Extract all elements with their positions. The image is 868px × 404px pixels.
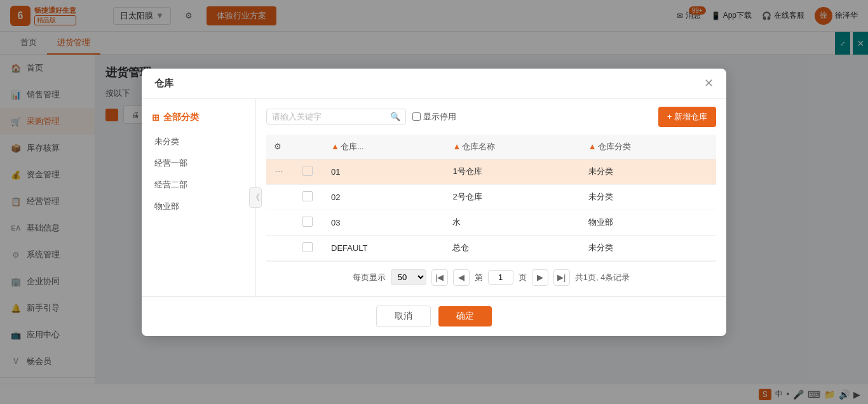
modal-overlay: 仓库 ✕ ⊞ 全部分类 未分类 经营一部 经营二部 物业部 《 <box>0 0 868 404</box>
row-code-cell: 03 <box>323 210 445 235</box>
warehouse-table: ⚙ ▲仓库... ▲仓库名称 ▲仓库分类 ··· <box>266 135 716 261</box>
cancel-btn[interactable]: 取消 <box>376 306 431 327</box>
table-container: ⚙ ▲仓库... ▲仓库名称 ▲仓库分类 ··· <box>266 135 716 261</box>
table-row[interactable]: ··· 01 1号仓库 未分类 <box>266 159 716 184</box>
last-page-btn[interactable]: ▶| <box>553 269 570 286</box>
row-checkbox-4[interactable] <box>302 242 313 252</box>
modal-sidebar-item-property[interactable]: 物业部 <box>142 196 255 217</box>
page-num-label: 第 <box>475 272 483 283</box>
th-code[interactable]: ▲仓库... <box>323 135 445 159</box>
search-input[interactable] <box>272 112 386 121</box>
modal-title: 仓库 <box>154 77 173 90</box>
add-warehouse-btn[interactable]: + 新增仓库 <box>658 107 716 127</box>
table-row[interactable]: 02 2号仓库 未分类 <box>266 184 716 210</box>
table-header: ⚙ ▲仓库... ▲仓库名称 ▲仓库分类 <box>266 135 716 159</box>
next-page-btn[interactable]: ▶ <box>532 269 548 286</box>
modal-footer: 取消 确定 <box>142 296 726 336</box>
row-actions-cell <box>266 210 292 235</box>
row-name-cell: 总仓 <box>445 235 580 260</box>
per-page-label: 每页显示 <box>353 272 386 283</box>
prev-page-btn[interactable]: ◀ <box>453 269 470 286</box>
row-code-cell: DEFAULT <box>323 235 445 260</box>
row-name-cell: 1号仓库 <box>445 159 580 184</box>
th-num <box>292 135 323 159</box>
th-name[interactable]: ▲仓库名称 <box>445 135 580 159</box>
first-page-btn[interactable]: |◀ <box>431 269 448 286</box>
row-action-more[interactable]: ··· <box>275 166 283 177</box>
table-row[interactable]: DEFAULT 总仓 未分类 <box>266 235 716 260</box>
pagination: 每页显示 50 10 20 100 |◀ ◀ 第 页 ▶ ▶| 共1页, 4条记… <box>266 261 716 288</box>
row-checkbox-3[interactable] <box>302 217 313 227</box>
show-disabled-checkbox[interactable] <box>412 112 421 121</box>
warehouse-modal: 仓库 ✕ ⊞ 全部分类 未分类 经营一部 经营二部 物业部 《 <box>142 69 726 336</box>
modal-sidebar-item-dept1[interactable]: 经营一部 <box>142 152 255 174</box>
settings-col-icon: ⚙ <box>274 142 281 151</box>
table-body: ··· 01 1号仓库 未分类 <box>266 159 716 260</box>
th-category[interactable]: ▲仓库分类 <box>581 135 716 159</box>
total-info: 共1页, 4条记录 <box>575 272 630 283</box>
row-checkbox-1[interactable] <box>302 166 313 176</box>
collapse-sidebar-btn[interactable]: 《 <box>249 187 262 208</box>
search-icon[interactable]: 🔍 <box>390 112 400 121</box>
row-category-cell: 未分类 <box>581 159 716 184</box>
confirm-btn[interactable]: 确定 <box>438 306 492 327</box>
modal-header: 仓库 ✕ <box>142 69 726 99</box>
th-settings: ⚙ <box>266 135 292 159</box>
row-num-cell <box>292 159 323 184</box>
show-disabled-label: 显示停用 <box>423 111 456 123</box>
modal-sidebar: ⊞ 全部分类 未分类 经营一部 经营二部 物业部 《 <box>142 99 256 296</box>
row-num-cell <box>292 210 323 235</box>
row-actions-cell <box>266 235 292 260</box>
search-wrap: 🔍 <box>266 109 406 125</box>
row-actions-cell: ··· <box>266 159 292 184</box>
modal-sidebar-item-unclassified[interactable]: 未分类 <box>142 131 255 152</box>
row-num-cell <box>292 184 323 210</box>
modal-body: ⊞ 全部分类 未分类 经营一部 经营二部 物业部 《 🔍 <box>142 99 726 296</box>
row-code-cell: 01 <box>323 159 445 184</box>
row-category-cell: 未分类 <box>581 235 716 260</box>
row-checkbox-2[interactable] <box>302 191 313 201</box>
row-category-cell: 物业部 <box>581 210 716 235</box>
row-actions-cell <box>266 184 292 210</box>
row-name-cell: 水 <box>445 210 580 235</box>
row-name-cell: 2号仓库 <box>445 184 580 210</box>
modal-sidebar-header: ⊞ 全部分类 <box>142 107 255 131</box>
grid-icon: ⊞ <box>152 112 159 123</box>
modal-table-area: 🔍 显示停用 + 新增仓库 ⚙ <box>256 99 726 296</box>
row-num-cell <box>292 235 323 260</box>
page-input[interactable] <box>488 270 513 285</box>
modal-toolbar: 🔍 显示停用 + 新增仓库 <box>266 107 716 127</box>
page-label: 页 <box>519 272 527 283</box>
table-row[interactable]: 03 水 物业部 <box>266 210 716 235</box>
show-disabled-wrap: 显示停用 <box>412 111 456 123</box>
modal-close-btn[interactable]: ✕ <box>704 77 714 89</box>
row-category-cell: 未分类 <box>581 184 716 210</box>
per-page-select[interactable]: 50 10 20 100 <box>391 269 426 285</box>
modal-sidebar-item-dept2[interactable]: 经营二部 <box>142 174 255 196</box>
row-code-cell: 02 <box>323 184 445 210</box>
modal-sidebar-title: 全部分类 <box>163 112 199 123</box>
